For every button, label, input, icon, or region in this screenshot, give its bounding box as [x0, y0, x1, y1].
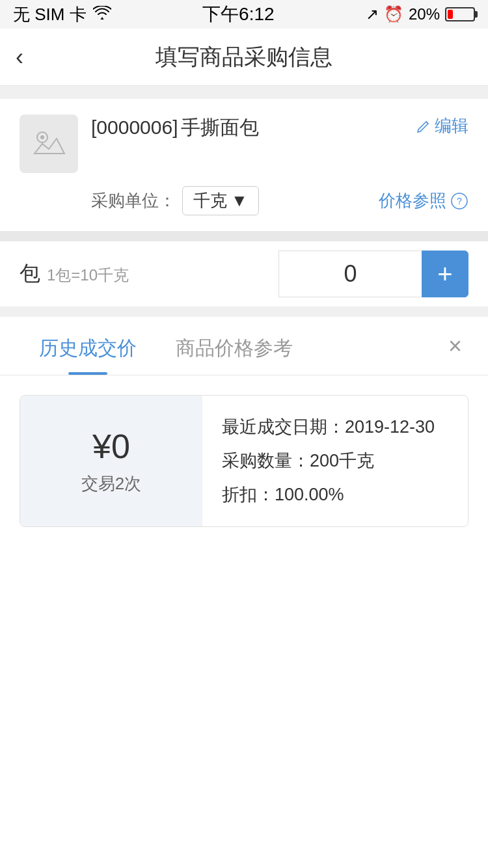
unit-selector[interactable]: 千克 ▼ — [182, 186, 259, 215]
nav-bar: ‹ 填写商品采购信息 — [0, 29, 488, 86]
tab-list: 历史成交价 商品价格参考 — [20, 317, 312, 375]
history-discount-line: 折扣：100.00% — [222, 483, 448, 508]
qty-label: 包 1包=10千克 — [20, 260, 129, 288]
unit-value: 千克 — [193, 189, 227, 212]
history-price: ¥0 — [92, 427, 130, 466]
svg-point-1 — [40, 135, 44, 139]
history-card: ¥0 交易2次 最近成交日期：2019-12-30 采购数量：200千克 折扣：… — [20, 395, 468, 527]
purchase-unit-label: 采购单位： — [91, 189, 176, 212]
status-right: ↗ ⏰ 20% — [366, 5, 475, 23]
tab-section: 历史成交价 商品价格参考 × ¥0 交易2次 最近成交日期：2019-12-30… — [0, 317, 488, 547]
tab-header: 历史成交价 商品价格参考 × — [0, 317, 488, 375]
battery-icon — [445, 7, 475, 21]
purchase-unit: 采购单位： 千克 ▼ — [91, 186, 259, 215]
qty-unit: 包 — [20, 260, 40, 288]
content-area — [0, 547, 488, 868]
status-bar: 无 SIM 卡 下午6:12 ↗ ⏰ 20% — [0, 0, 488, 29]
page-title: 填写商品采购信息 — [156, 42, 332, 72]
qty-plus-button[interactable]: + — [422, 251, 468, 297]
status-time: 下午6:12 — [202, 2, 275, 27]
product-header: [0000006] 手撕面包 编辑 — [20, 115, 468, 173]
history-qty-label: 采购数量： — [222, 451, 310, 470]
quantity-input[interactable] — [278, 251, 422, 297]
product-meta: 采购单位： 千克 ▼ 价格参照 ? — [91, 186, 468, 215]
section-divider — [0, 231, 488, 241]
history-right: 最近成交日期：2019-12-30 采购数量：200千克 折扣：100.00% — [202, 396, 468, 526]
svg-text:?: ? — [457, 196, 462, 206]
location-icon: ↗ — [366, 5, 379, 23]
history-discount-label: 折扣： — [222, 485, 275, 504]
history-qty-value: 200千克 — [310, 451, 374, 470]
history-left: ¥0 交易2次 — [20, 396, 202, 526]
carrier-text: 无 SIM 卡 — [13, 3, 87, 26]
product-image — [20, 115, 78, 173]
tab-close-button[interactable]: × — [442, 326, 468, 366]
edit-button[interactable]: 编辑 — [416, 115, 468, 137]
history-discount-value: 100.00% — [275, 485, 344, 504]
history-qty-line: 采购数量：200千克 — [222, 449, 448, 474]
quantity-row: 包 1包=10千克 + — [0, 241, 488, 306]
product-id: [0000006] — [91, 110, 178, 138]
edit-label: 编辑 — [435, 115, 468, 137]
history-content: ¥0 交易2次 最近成交日期：2019-12-30 采购数量：200千克 折扣：… — [0, 375, 488, 547]
product-info: [0000006] 手撕面包 — [20, 115, 259, 173]
qty-conversion: 1包=10千克 — [47, 265, 129, 286]
price-ref-label: 价格参照 — [379, 189, 446, 212]
product-name: 手撕面包 — [181, 110, 259, 138]
tab-product-price-ref[interactable]: 商品价格参考 — [156, 317, 312, 375]
history-date-label: 最近成交日期： — [222, 417, 345, 437]
price-ref-button[interactable]: 价格参照 ? — [379, 189, 468, 212]
tab-history-price[interactable]: 历史成交价 — [20, 317, 156, 375]
alarm-icon: ⏰ — [384, 5, 403, 23]
dropdown-arrow-icon: ▼ — [231, 191, 248, 211]
product-card: [0000006] 手撕面包 编辑 采购单位： 千克 ▼ 价格参照 ? — [0, 99, 488, 231]
product-name-wrapper: [0000006] 手撕面包 — [91, 115, 259, 141]
status-left: 无 SIM 卡 — [13, 3, 111, 26]
tab-history-label: 历史成交价 — [39, 337, 137, 359]
history-trade-count: 交易2次 — [81, 472, 141, 495]
battery-pct: 20% — [409, 5, 440, 23]
history-date-line: 最近成交日期：2019-12-30 — [222, 415, 448, 440]
qty-control: + — [278, 251, 468, 297]
history-date-value: 2019-12-30 — [345, 417, 435, 437]
back-button[interactable]: ‹ — [16, 44, 23, 71]
tab-product-label: 商品价格参考 — [176, 337, 293, 359]
wifi-icon — [93, 5, 111, 25]
